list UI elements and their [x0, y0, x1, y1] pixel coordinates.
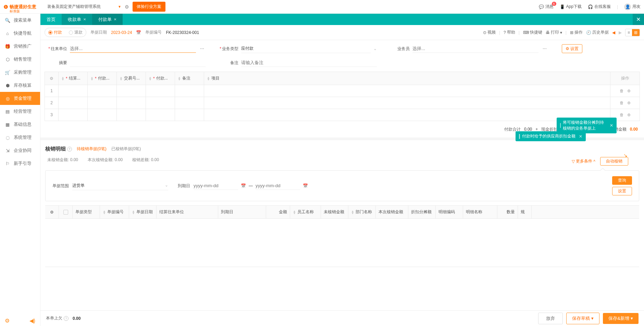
biz-type-select[interactable]: 应付款: [241, 44, 371, 53]
col-amount[interactable]: 金额: [266, 206, 290, 218]
table-row[interactable]: 3 🗑⊕: [45, 109, 640, 121]
shortcut-link[interactable]: ⌨ 快捷键: [523, 29, 542, 35]
collapse-icon[interactable]: ◀): [29, 317, 35, 324]
cell[interactable]: [175, 109, 204, 121]
calendar-icon[interactable]: 📅: [303, 183, 308, 188]
cell[interactable]: [88, 85, 117, 97]
chevron-down-icon[interactable]: ⌄: [373, 46, 377, 51]
system-selector[interactable]: 装备及固定资产辅助管理系统 ▼: [47, 4, 121, 10]
cell[interactable]: [88, 109, 117, 121]
cell[interactable]: [204, 109, 610, 121]
video-link[interactable]: ⊙ 视频: [483, 29, 496, 35]
add-icon[interactable]: ⊕: [627, 112, 631, 117]
close-icon[interactable]: ✕: [114, 17, 116, 21]
view-grid[interactable]: ⊞: [632, 29, 640, 36]
close-all-tabs[interactable]: ✕: [633, 14, 644, 25]
col-docdate[interactable]: ▲▼单据日期: [129, 206, 157, 218]
table-row[interactable]: 1 🗑⊕: [45, 85, 640, 97]
sidebar-item-finance[interactable]: ◎资金管理: [0, 92, 40, 105]
col-emp[interactable]: ▲▼员工名称: [290, 206, 321, 218]
col-current[interactable]: 本次核销金额: [376, 206, 408, 218]
close-icon[interactable]: ✕: [83, 17, 86, 21]
add-icon[interactable]: ⊕: [627, 88, 631, 93]
view-list[interactable]: ≡: [626, 29, 632, 36]
history-link[interactable]: 🕘 历史单据: [586, 29, 609, 35]
col-dept[interactable]: ▲▼部门名称: [348, 206, 376, 218]
close-icon[interactable]: ✕: [579, 134, 582, 139]
query-button[interactable]: 查询: [612, 176, 632, 185]
trial-button[interactable]: 体验行业方案: [133, 2, 165, 12]
more-icon[interactable]: ⋯: [541, 46, 548, 51]
close-icon[interactable]: ✕: [610, 123, 613, 128]
checkbox-column[interactable]: [59, 206, 73, 218]
col-doctype[interactable]: 单据类型: [73, 206, 100, 218]
cell[interactable]: [117, 109, 146, 121]
cell[interactable]: [146, 109, 175, 121]
cell[interactable]: [59, 97, 88, 109]
col-qty[interactable]: 数量: [497, 206, 518, 218]
discard-button[interactable]: 放弃: [538, 313, 563, 324]
operate-link[interactable]: ⊞ 操作: [570, 29, 583, 35]
col-detailcode[interactable]: 明细编码: [436, 206, 463, 218]
sidebar-item-search[interactable]: 🔍搜索菜单: [0, 14, 40, 27]
info-icon[interactable]: ?: [67, 147, 72, 152]
delete-icon[interactable]: 🗑: [620, 100, 624, 105]
auto-writeoff-button[interactable]: 自动核销: [600, 157, 628, 166]
sidebar-item-quick[interactable]: ⌂快捷导航: [0, 27, 40, 40]
sidebar-item-marketing[interactable]: 🎁营销推广: [0, 40, 40, 53]
col-docno[interactable]: ▲▼单据编号: [100, 206, 129, 218]
col-settle[interactable]: ▲▼*结算...: [59, 72, 88, 85]
more-filter-toggle[interactable]: ▽更多条件^: [572, 158, 595, 164]
col-pay[interactable]: ▲▼*付款...: [88, 72, 117, 85]
cell[interactable]: [146, 97, 175, 109]
cell[interactable]: [88, 97, 117, 109]
cell[interactable]: [59, 109, 88, 121]
settings-button[interactable]: ⚙设置: [562, 44, 582, 53]
tab-pending[interactable]: 待核销单据(0笔): [77, 146, 107, 152]
service-link[interactable]: 🎧 在线客服: [588, 4, 611, 10]
date-from-input[interactable]: [194, 182, 238, 190]
col-trade[interactable]: ▲▼交易号...: [117, 72, 146, 85]
user-menu[interactable]: 👤 用友: [624, 3, 641, 10]
staff-input[interactable]: [412, 45, 538, 53]
col-settleunit[interactable]: 结算往来单位: [157, 206, 218, 218]
col-discount[interactable]: 折扣分摊额: [408, 206, 436, 218]
checkbox-icon[interactable]: [63, 210, 68, 215]
tab-home[interactable]: 首页: [40, 14, 62, 25]
delete-icon[interactable]: 🗑: [620, 88, 624, 93]
help-link[interactable]: ? 帮助: [504, 29, 515, 35]
add-icon[interactable]: ⊕: [627, 100, 631, 105]
more-icon[interactable]: ⋯: [199, 46, 206, 51]
app-download-link[interactable]: 📱 App下载: [560, 4, 582, 10]
summary-input[interactable]: [70, 59, 206, 67]
delete-icon[interactable]: 🗑: [620, 112, 624, 117]
messages-link[interactable]: 💬 消息 6: [539, 4, 554, 10]
cell[interactable]: [175, 85, 204, 97]
table-row[interactable]: 2 🗑⊕: [45, 97, 640, 109]
col-unwrite[interactable]: 未核销金额: [321, 206, 348, 218]
gear-column[interactable]: ⚙: [45, 72, 59, 85]
cell[interactable]: [204, 85, 610, 97]
cell[interactable]: [117, 97, 146, 109]
sidebar-item-purchase[interactable]: 🛒采购管理: [0, 66, 40, 79]
col-due[interactable]: 到期日: [218, 206, 266, 218]
col-spec[interactable]: 规: [518, 206, 532, 218]
col-detailname[interactable]: 明细名称: [463, 206, 497, 218]
tab-receipt[interactable]: 收款单✕: [62, 14, 92, 25]
save-new-button[interactable]: 保存&新增▾: [603, 313, 639, 324]
refund-radio[interactable]: 退款: [65, 28, 86, 37]
calendar-icon[interactable]: 📅: [136, 30, 141, 35]
filter-settings-button[interactable]: 设置: [612, 187, 632, 195]
sidebar-item-basic[interactable]: ▦基础信息: [0, 118, 40, 131]
cell[interactable]: [117, 85, 146, 97]
range-select[interactable]: 进货单⌄: [72, 181, 168, 190]
sidebar-item-sales[interactable]: ⬡销售管理: [0, 53, 40, 66]
cell[interactable]: [146, 85, 175, 97]
prev-doc[interactable]: ◀: [612, 30, 615, 35]
sidebar-item-system[interactable]: ◌系统管理: [0, 131, 40, 144]
partner-input[interactable]: [70, 45, 196, 53]
cell[interactable]: [59, 85, 88, 97]
save-draft-button[interactable]: 保存草稿▾: [566, 313, 599, 324]
gear-icon[interactable]: ⚙: [125, 4, 129, 10]
pay-radio[interactable]: 付款: [45, 28, 65, 37]
